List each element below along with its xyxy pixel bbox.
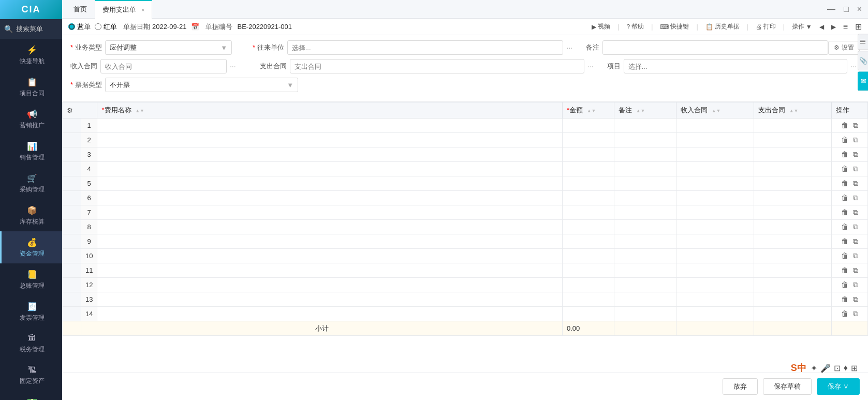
discard-button[interactable]: 放弃 [723,378,758,395]
row-copy-btn[interactable]: ⧉ [851,223,860,231]
row-notes[interactable] [614,118,676,133]
row-amount[interactable] [563,147,614,162]
row-amount[interactable] [563,176,614,191]
row-revenue-contract[interactable] [676,133,754,147]
row-notes[interactable] [614,162,676,176]
print-btn[interactable]: 🖨 打印 [756,22,776,31]
sidebar-item-finance[interactable]: 💰资金管理 [0,231,62,263]
row-expense-contract[interactable] [754,118,832,133]
row-expense-contract[interactable] [754,133,832,147]
sidebar-search-item[interactable]: 🔍 搜索菜单 [0,19,62,39]
row-expense-contract[interactable] [754,278,832,292]
invoice-type-select[interactable]: 不开票 ▼ [105,78,298,92]
row-expense-name[interactable] [97,118,563,133]
row-expense-contract[interactable] [754,205,832,220]
row-copy-btn[interactable]: ⧉ [851,208,860,217]
row-expense-name[interactable] [97,162,563,176]
save-draft-button[interactable]: 保存草稿 [763,378,812,395]
row-revenue-contract[interactable] [676,263,754,278]
row-copy-btn[interactable]: ⧉ [851,251,860,260]
sidebar-item-invoice[interactable]: 🧾发票管理 [0,295,62,328]
row-delete-btn[interactable]: 🗑 [840,237,850,245]
row-notes[interactable] [614,292,676,307]
sort-icon-notes[interactable]: ▲▼ [636,109,645,113]
sidebar-item-sales[interactable]: 📊销售管理 [0,135,62,167]
sort-icon-revenue[interactable]: ▲▼ [712,109,721,113]
row-expense-name[interactable] [97,263,563,278]
row-amount[interactable] [563,162,614,176]
row-copy-btn[interactable]: ⧉ [851,237,860,246]
revenue-contract-ellipsis[interactable]: ··· [227,62,239,70]
save-button[interactable]: 保存 ∨ [817,378,860,395]
row-amount[interactable] [563,133,614,147]
row-expense-name[interactable] [97,307,563,321]
help-btn[interactable]: ? 帮助 [627,22,644,31]
row-expense-contract[interactable] [754,220,832,234]
row-copy-btn[interactable]: ⧉ [851,266,860,275]
row-expense-contract[interactable] [754,176,832,191]
row-expense-contract[interactable] [754,147,832,162]
row-expense-contract[interactable] [754,234,832,249]
window-close-icon[interactable]: × [855,5,864,14]
row-notes[interactable] [614,205,676,220]
row-revenue-contract[interactable] [676,118,754,133]
row-notes[interactable] [614,191,676,205]
sort-icon-expense[interactable]: ▲▼ [135,109,144,113]
row-copy-btn[interactable]: ⧉ [851,295,860,304]
row-expense-name[interactable] [97,278,563,292]
sort-icon-amount[interactable]: ▲▼ [587,109,596,113]
row-notes[interactable] [614,234,676,249]
red-bill-input[interactable] [95,23,101,30]
row-expense-contract[interactable] [754,191,832,205]
settings-button[interactable]: ⚙ 设置 [828,41,860,55]
row-expense-contract[interactable] [754,263,832,278]
row-delete-btn[interactable]: 🗑 [840,251,850,260]
row-notes[interactable] [614,147,676,162]
window-minimize-icon[interactable]: — [825,5,837,14]
row-revenue-contract[interactable] [676,220,754,234]
row-revenue-contract[interactable] [676,147,754,162]
row-delete-btn[interactable]: 🗑 [840,121,850,129]
row-amount[interactable] [563,249,614,263]
row-revenue-contract[interactable] [676,307,754,321]
sidebar-item-salary[interactable]: 💵工资 [0,391,62,400]
window-maximize-icon[interactable]: □ [842,5,851,14]
row-expense-contract[interactable] [754,249,832,263]
row-amount[interactable] [563,278,614,292]
expense-contract-ellipsis[interactable]: ··· [584,62,597,70]
sort-icon-expense-contract[interactable]: ▲▼ [789,109,799,113]
row-amount[interactable] [563,191,614,205]
row-expense-contract[interactable] [754,162,832,176]
row-copy-btn[interactable]: ⧉ [851,280,860,289]
edge-btn-1[interactable]: ||| [858,34,868,50]
row-amount[interactable] [563,118,614,133]
row-delete-btn[interactable]: 🗑 [840,136,850,144]
expense-contract-input[interactable] [290,59,584,73]
calendar-icon[interactable]: 📅 [191,23,199,31]
row-expense-name[interactable] [97,234,563,249]
sidebar-item-tax[interactable]: 🏛税务管理 [0,328,62,359]
sidebar-item-purchase[interactable]: 🛒采购管理 [0,167,62,199]
edge-btn-attachment[interactable]: 📎 [858,51,868,70]
row-copy-btn[interactable]: ⧉ [851,150,860,159]
tab-expense[interactable]: 费用支出单 × [95,0,152,19]
row-delete-btn[interactable]: 🗑 [840,179,850,187]
row-copy-btn[interactable]: ⧉ [851,179,860,188]
row-expense-name[interactable] [97,176,563,191]
row-copy-btn[interactable]: ⧉ [851,194,860,202]
row-amount[interactable] [563,220,614,234]
grid-view-icon[interactable]: ⊞ [855,22,862,32]
row-expense-contract[interactable] [754,307,832,321]
row-delete-btn[interactable]: 🗑 [840,309,850,318]
row-revenue-contract[interactable] [676,292,754,307]
row-amount[interactable] [563,234,614,249]
nav-next-icon[interactable]: ▶ [831,23,836,31]
row-delete-btn[interactable]: 🗑 [840,194,850,202]
counterparty-input[interactable] [287,40,564,55]
row-expense-name[interactable] [97,133,563,147]
row-amount[interactable] [563,263,614,278]
row-notes[interactable] [614,176,676,191]
video-btn[interactable]: ▶ 视频 [592,22,610,31]
row-revenue-contract[interactable] [676,234,754,249]
project-input[interactable] [624,59,848,73]
